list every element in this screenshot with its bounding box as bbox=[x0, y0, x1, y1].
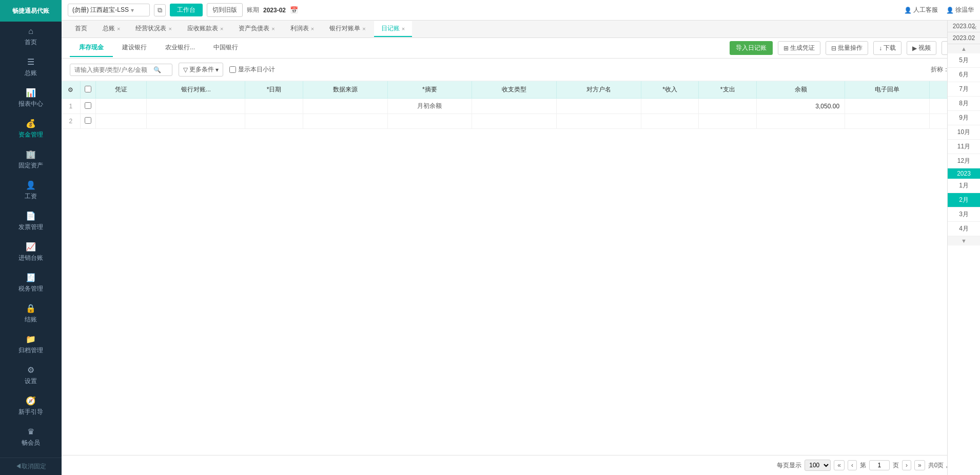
search-input[interactable] bbox=[74, 66, 151, 73]
sales-icon: 📈 bbox=[26, 242, 36, 252]
show-daily-total[interactable]: 显示本日小计 bbox=[229, 65, 275, 74]
tab-journal[interactable]: 日记账 × bbox=[374, 21, 412, 37]
search-icon[interactable]: 🔍 bbox=[153, 66, 161, 73]
date-month-4[interactable]: 4月 bbox=[948, 222, 980, 236]
bank-tab-cash[interactable]: 库存现金 bbox=[70, 39, 113, 57]
page-input[interactable] bbox=[869, 460, 890, 470]
row-counterpart bbox=[557, 99, 641, 114]
tab-assets[interactable]: 资产负债表 × bbox=[231, 21, 282, 37]
row-data-source bbox=[303, 99, 387, 114]
scroll-up-icon: ▲ bbox=[961, 46, 967, 52]
wage-icon: 👤 bbox=[26, 180, 36, 190]
row-counterpart bbox=[557, 114, 641, 129]
filter-bar: 🔍 ▽ 更多条件 ▾ 显示本日小计 折称： 人民币 bbox=[62, 59, 980, 81]
close-date-panel-button[interactable]: × bbox=[973, 24, 977, 32]
date-month-9[interactable]: 9月 bbox=[948, 111, 980, 125]
row-expense bbox=[699, 114, 757, 129]
sidebar-item-archive[interactable]: 📁 归档管理 bbox=[0, 329, 62, 360]
tab-assets-close[interactable]: × bbox=[271, 26, 275, 32]
fund-icon: 💰 bbox=[26, 119, 36, 128]
first-page-button[interactable]: « bbox=[834, 460, 845, 470]
import-journal-button[interactable]: 导入日记账 bbox=[730, 41, 773, 55]
currency-label: 折称： bbox=[931, 65, 949, 74]
tab-general[interactable]: 总账 × bbox=[95, 21, 127, 37]
company-selector[interactable]: (勿册) 江西超宝-LSS ▾ bbox=[68, 4, 150, 16]
select-all-checkbox[interactable] bbox=[85, 86, 91, 92]
col-settings[interactable]: ⚙ bbox=[62, 81, 80, 99]
batch-operation-button[interactable]: ⊟ 批量操作 bbox=[826, 41, 868, 55]
date-month-2-active[interactable]: 2月 bbox=[948, 193, 980, 207]
tab-journal-close[interactable]: × bbox=[402, 26, 405, 32]
tab-status-close[interactable]: × bbox=[168, 26, 171, 32]
sidebar-item-close[interactable]: 🔒 结账 bbox=[0, 298, 62, 329]
date-month-6[interactable]: 6月 bbox=[948, 68, 980, 82]
row-income-type bbox=[472, 114, 557, 129]
next-page-button[interactable]: › bbox=[902, 460, 911, 470]
sidebar-item-sales[interactable]: 📈 进销台账 bbox=[0, 237, 62, 268]
per-page-select[interactable]: 100 50 200 bbox=[805, 460, 831, 471]
tab-profit-close[interactable]: × bbox=[311, 26, 314, 32]
row-num: 1 bbox=[62, 99, 80, 114]
bank-tab-jianshe[interactable]: 建设银行 bbox=[113, 39, 156, 57]
date-month-5[interactable]: 5月 bbox=[948, 53, 980, 68]
date-month-8[interactable]: 8月 bbox=[948, 97, 980, 111]
sidebar-item-guide[interactable]: 🧭 新手引导 bbox=[0, 391, 62, 422]
scroll-up-btn[interactable]: ▲ bbox=[948, 44, 980, 53]
generate-voucher-button[interactable]: ⊞ 生成凭证 bbox=[778, 41, 820, 55]
date-month-12[interactable]: 12月 bbox=[948, 154, 980, 168]
scroll-down-btn[interactable]: ▼ bbox=[948, 236, 980, 245]
report-icon: 📊 bbox=[26, 88, 36, 98]
sidebar-item-tax[interactable]: 🧾 税务管理 bbox=[0, 268, 62, 298]
archive-icon: 📁 bbox=[26, 334, 36, 344]
customer-service[interactable]: 👤 人工客服 bbox=[904, 6, 938, 14]
sidebar-item-wage[interactable]: 👤 工资 bbox=[0, 175, 62, 206]
more-filter-button[interactable]: ▽ 更多条件 ▾ bbox=[179, 63, 223, 77]
sidebar-label-close: 结账 bbox=[25, 315, 37, 324]
bank-tab-zhongguo[interactable]: 中国银行 bbox=[204, 39, 247, 57]
old-version-button[interactable]: 切到旧版 bbox=[207, 3, 243, 17]
unpin-sidebar[interactable]: ◀取消固定 bbox=[0, 458, 62, 475]
sidebar-item-fund[interactable]: 💰 资金管理 bbox=[0, 113, 62, 144]
date-month-1[interactable]: 1月 bbox=[948, 179, 980, 193]
video-button[interactable]: ▶ 视频 bbox=[907, 41, 936, 55]
sidebar-item-fixed[interactable]: 🏢 固定资产 bbox=[0, 144, 62, 175]
video-icon: ▶ bbox=[912, 45, 917, 52]
tab-profit-label: 利润表 bbox=[290, 24, 309, 33]
date-panel: × 2023.02 2023.02 ▲ 5月 6月 7月 8月 9月 10月 1… bbox=[947, 21, 980, 475]
sidebar-item-invoice[interactable]: 📄 发票管理 bbox=[0, 206, 62, 237]
sidebar-label-tax: 税务管理 bbox=[18, 284, 43, 293]
calendar-icon[interactable]: 📅 bbox=[290, 6, 298, 14]
prev-page-button[interactable]: ‹ bbox=[848, 460, 857, 470]
sidebar-item-report[interactable]: 📊 报表中心 bbox=[0, 83, 62, 113]
chevron-filter-icon: ▾ bbox=[215, 66, 219, 73]
tab-status[interactable]: 经营状况表 × bbox=[128, 21, 179, 37]
row-select-checkbox[interactable] bbox=[85, 102, 91, 109]
tab-general-close[interactable]: × bbox=[117, 26, 120, 32]
row-select-checkbox[interactable] bbox=[85, 117, 91, 124]
row-voucher bbox=[95, 99, 147, 114]
bank-tab-nongye[interactable]: 农业银行... bbox=[156, 39, 204, 57]
copy-company-button[interactable]: ⧉ bbox=[154, 4, 166, 16]
tab-receivable[interactable]: 应收账款表 × bbox=[180, 21, 230, 37]
workspace-button[interactable]: 工作台 bbox=[170, 4, 203, 16]
date-month-11[interactable]: 11月 bbox=[948, 140, 980, 154]
year-2023-label: 2023 bbox=[948, 168, 980, 179]
search-box: 🔍 bbox=[70, 64, 172, 76]
date-month-3[interactable]: 3月 bbox=[948, 207, 980, 222]
tab-home[interactable]: 首页 bbox=[68, 21, 94, 37]
tab-bank-close[interactable]: × bbox=[362, 26, 365, 32]
sidebar-item-vip[interactable]: ♛ 畅会员 bbox=[0, 422, 62, 452]
daily-total-checkbox[interactable] bbox=[229, 66, 236, 73]
tab-bank[interactable]: 银行对账单 × bbox=[322, 21, 373, 37]
last-page-button[interactable]: » bbox=[914, 460, 925, 470]
date-month-7[interactable]: 7月 bbox=[948, 82, 980, 97]
user-profile[interactable]: 👤 徐温华 bbox=[946, 6, 974, 14]
sidebar-item-settings[interactable]: ⚙ 设置 bbox=[0, 360, 62, 391]
sidebar-item-general[interactable]: ☰ 总账 bbox=[0, 52, 62, 83]
tab-profit[interactable]: 利润表 × bbox=[283, 21, 321, 37]
sidebar-item-home[interactable]: ⌂ 首页 bbox=[0, 22, 62, 52]
download-button[interactable]: ↓ 下载 bbox=[873, 41, 901, 55]
tabbar: 首页 总账 × 经营状况表 × 应收账款表 × 资产负债表 × 利润表 × 银行… bbox=[62, 21, 980, 38]
date-month-10[interactable]: 10月 bbox=[948, 125, 980, 140]
tab-receivable-close[interactable]: × bbox=[220, 26, 223, 32]
